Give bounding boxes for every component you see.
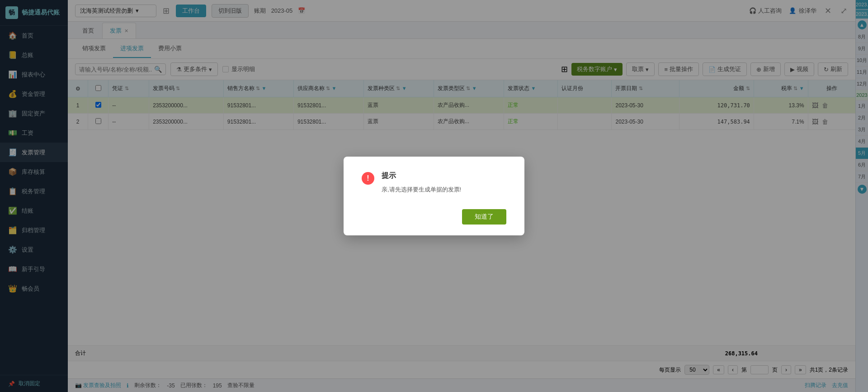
- modal-content: 提示 亲,请先选择要生成单据的发票!: [382, 171, 506, 195]
- modal-footer: 知道了: [344, 204, 524, 235]
- modal-overlay[interactable]: ! 提示 亲,请先选择要生成单据的发票! 知道了: [0, 0, 868, 392]
- modal-message: 亲,请先选择要生成单据的发票!: [382, 185, 506, 195]
- modal-body: ! 提示 亲,请先选择要生成单据的发票!: [344, 157, 524, 204]
- modal-dialog: ! 提示 亲,请先选择要生成单据的发票! 知道了: [344, 157, 524, 235]
- modal-confirm-button[interactable]: 知道了: [462, 209, 506, 225]
- modal-title: 提示: [382, 171, 506, 181]
- app-container: 畅 畅捷通易代账 🏠 首页 📒 总账 📊 报表中心 💰 资金管理 🏢 固定资产 …: [0, 0, 868, 392]
- modal-alert-icon: !: [362, 172, 374, 185]
